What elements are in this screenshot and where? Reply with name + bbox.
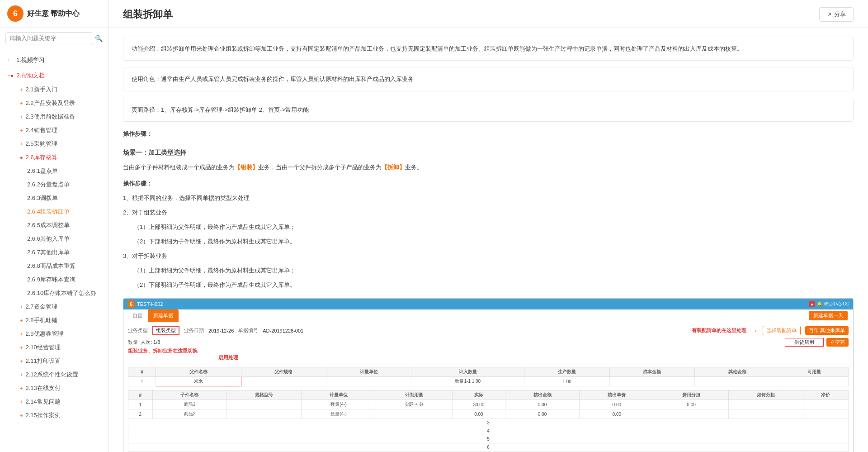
screenshot-table2: # 子件名称 规格型号 计量单位 计划用量 实际 核出金额 核出单价 费用分担 … [128, 390, 849, 452]
td-num: 1 [128, 377, 156, 386]
ss-other-btn[interactable]: 百年 其他来库单 [805, 326, 849, 335]
ss-ann2-container: 组装业务、拆卸业务在这里切换 [128, 347, 849, 354]
plus-icon: + [20, 372, 23, 377]
plus-icon: + [20, 399, 23, 404]
th-fname: 父件名称 [156, 367, 241, 377]
sidebar-item-purchase[interactable]: + 2.5采购管理 [13, 137, 108, 151]
search-input[interactable] [5, 32, 92, 44]
table1-header: # 父件名称 父件规格 计量单位 计入数量 生产数量 成本金额 其他金额 可用量 [128, 367, 849, 377]
ss-ann3: 启用处理 [218, 355, 238, 360]
sidebar-item-finance[interactable]: + 2.7资金管理 [13, 300, 108, 314]
intro-box: 功能介绍：组装拆卸单用来处理企业组装或拆卸等加工业务，支持有固定装配清单的产品加… [123, 37, 854, 61]
td2-plan: 实际 + 分 [376, 400, 452, 409]
ss-qty-value: 人次: 1/8 [141, 339, 160, 346]
screenshot-container: 6 TEST-H002 ● 🔔 帮助中心 CC 自查 新建单据 新建单据一天 业… [123, 298, 854, 452]
sidebar-header: 6 好生意 帮助中心 [0, 0, 108, 28]
sidebar-item-268[interactable]: 2.6.8商品成本重算 [20, 259, 108, 273]
logo-icon: 6 [7, 5, 24, 22]
table-row: 1 米米 数量1-1 1.00 1.00 [128, 377, 849, 386]
th2-spec: 规格型号 [227, 390, 302, 400]
share-button[interactable]: ↗ 分享 [819, 7, 854, 22]
search-icon[interactable]: 🔍 [95, 35, 103, 42]
th2-amt: 核出金额 [505, 390, 580, 400]
td2-unit: 数量(4-) [302, 409, 376, 419]
td-empty: 3 [128, 419, 849, 427]
sidebar-item-267[interactable]: 2.6.7其他出库单 [20, 246, 108, 259]
td2-fee: 0.00 [654, 400, 729, 409]
sidebar-item-262[interactable]: 2.6.2分量盘点单 [20, 178, 108, 191]
sidebar-item-2610[interactable]: 2.6.10库存账本错了怎么办 [20, 286, 108, 300]
sidebar-item-264[interactable]: 2.6.4组装拆卸单 [20, 205, 108, 219]
sidebar-item-cases[interactable]: + 2.15操作案例 [13, 409, 108, 422]
sidebar-item-faq[interactable]: + 2.14常见问题 [13, 395, 108, 409]
ss-ann2: 组装业务、拆卸业务在这里切换 [128, 348, 198, 353]
step1: 1、根据不同的业务，选择不同单据的类型来处理 [123, 192, 854, 204]
td2-net [803, 409, 848, 419]
td-prod-qty: 1.00 [524, 377, 609, 386]
scenario1-desc: 当由多个子件材料组装成一个成品的业务为【组装】业务，当由一个父件拆分成多个子产品… [123, 162, 854, 173]
ss-tab-new[interactable]: 新建单据 [148, 309, 179, 322]
ss-apply-btn[interactable]: 立变完 [826, 338, 849, 347]
th2-how: 如何分担 [728, 390, 803, 400]
sidebar-item-263[interactable]: 2.6.3调拨单 [20, 191, 108, 205]
sidebar-item-266[interactable]: 2.6.6其他入库单 [20, 232, 108, 246]
sidebar-item-coupon[interactable]: + 2.9优惠券管理 [13, 327, 108, 341]
ss-new-btn[interactable]: 新建单据一天 [809, 311, 848, 320]
sidebar-item-261[interactable]: 2.6.1盘点单 [20, 164, 108, 178]
td2-actual: 0.00 [453, 409, 505, 419]
plus-icon: + [20, 318, 23, 323]
td2-price: 0.00 [580, 400, 654, 409]
intro-text: 功能介绍：组装拆卸单用来处理企业组装或拆卸等加工业务，支持有固定装配清单的产品加… [132, 45, 743, 52]
screenshot-table1-container: # 父件名称 父件规格 计量单位 计入数量 生产数量 成本金额 其他金额 可用量 [123, 365, 853, 388]
nav-group-1: + 1.视频学习 [0, 53, 108, 67]
ss-date-label: 业务日期 [184, 327, 204, 334]
ss-type-label: 业务类型 [128, 327, 148, 334]
td-empty: 4 [128, 427, 849, 435]
td-empty: 5 [128, 435, 849, 443]
sidebar-item-269[interactable]: 2.6.9库存账本查询 [20, 273, 108, 286]
td2-num: 2 [128, 409, 153, 419]
td-cost [609, 377, 694, 386]
sidebar-item-install[interactable]: + 2.2产品安装及登录 [13, 96, 108, 110]
td2-net [803, 400, 848, 409]
ss-qty-label: 数量 [128, 339, 138, 346]
ss-ann1: 有装配清单的在这里处理 [692, 327, 746, 334]
ss-tab-zcha[interactable]: 自查 [127, 309, 148, 322]
table2-header: # 子件名称 规格型号 计量单位 计划用量 实际 核出金额 核出单价 费用分担 … [128, 390, 849, 400]
sidebar-item-mobile[interactable]: + 2.8手机旺铺 [13, 314, 108, 327]
td-empty: 6 [128, 443, 849, 452]
main-header: 组装拆卸单 ↗ 分享 [108, 0, 868, 28]
ss-no-value: AD-20191226-001 [263, 328, 303, 333]
ss-input-field[interactable]: 供货店用 [785, 338, 824, 347]
sidebar-item-265[interactable]: 2.6.5成本调整单 [20, 219, 108, 232]
sidebar-item-sales[interactable]: + 2.4销售管理 [13, 124, 108, 137]
plus-icon: + [20, 114, 23, 119]
td2-cname: 商品1 [152, 400, 227, 409]
sidebar-item-inventory[interactable]: ● 2.6库存核算 [13, 151, 108, 164]
th-plan-qty: 计入数量 [411, 367, 524, 377]
share-label: 分享 [834, 10, 846, 19]
path-box: 页面路径：1、库存核算->库存管理->组装拆卸单 2、首页->常用功能 [123, 98, 854, 122]
td2-spec [227, 409, 302, 419]
main-content-area: 组装拆卸单 ↗ 分享 功能介绍：组装拆卸单用来处理企业组装或拆卸等加工业务，支持… [108, 0, 868, 452]
th-other: 其他金额 [695, 367, 780, 377]
sidebar-item-data[interactable]: + 2.3使用前数据准备 [13, 110, 108, 124]
sidebar-item-docs-label: 2.帮助文档 [16, 71, 45, 80]
minus-icon: ● [7, 72, 14, 79]
plus-icon: + [20, 385, 23, 391]
ss-select-bill-btn[interactable]: 选择装配清单 [763, 326, 801, 335]
sidebar-item-personalize[interactable]: + 2.12系统个性化设置 [13, 368, 108, 381]
role-text: 使用角色：通常由生产人员或库管人员完成拆装业务的操作，库管人员确认原材料的出库和… [132, 76, 414, 82]
sidebar-item-newbie[interactable]: + 2.1新手入门 [13, 83, 108, 96]
step3-1: （1）上部明细为父件明细，最终作为原材料生成其它出库单； [134, 265, 854, 276]
sidebar-item-print[interactable]: + 2.11打印设置 [13, 354, 108, 368]
ss-ann3-container: 启用处理 [128, 354, 849, 361]
th2-unit: 计量单位 [302, 390, 376, 400]
sidebar-item-mgmt[interactable]: + 2.10经营管理 [13, 341, 108, 354]
sidebar-item-video[interactable]: + 1.视频学习 [0, 53, 108, 67]
sidebar-item-payment[interactable]: + 2.13在线支付 [13, 381, 108, 395]
td2-price: 0.00 [580, 409, 654, 419]
share-icon: ↗ [827, 11, 832, 18]
sidebar-item-docs[interactable]: ● 2.帮助文档 [0, 68, 108, 83]
step2-1: （1）上部明细为父件明细，最终作为产成品生成其它入库单； [134, 221, 854, 233]
